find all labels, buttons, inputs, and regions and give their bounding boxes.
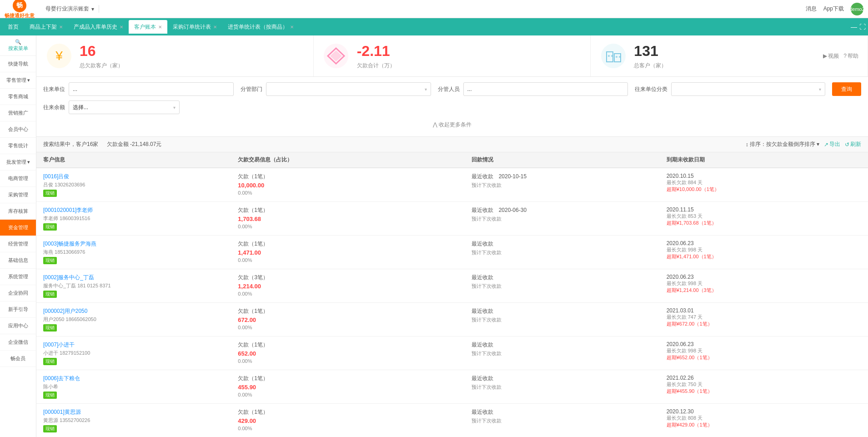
customer-info: [0003]畅捷服务尹海燕 海燕 18513066976 现销 <box>43 240 238 264</box>
tab-customer-account[interactable]: 客户账本 ✕ <box>129 20 167 34</box>
close-icon[interactable]: ✕ <box>158 25 162 30</box>
tab-product-shelf[interactable]: 商品上下架 ✕ <box>24 20 68 34</box>
collapse-icon: ⋀ <box>433 121 437 128</box>
close-icon[interactable]: ✕ <box>213 25 217 30</box>
debt-amount[interactable]: 652.00 <box>238 350 472 357</box>
sidebar-search-label[interactable]: 搜索菜单 <box>2 45 34 52</box>
video-btn[interactable]: ▶ 视频 <box>823 52 839 60</box>
tab-product-shelf-label: 商品上下架 <box>30 23 57 31</box>
overdue-amount[interactable]: 超期¥10,000.00（1笔） <box>667 186 861 193</box>
sidebar-item-batch-mgmt[interactable]: 批发管理 ▾ <box>0 154 36 171</box>
sidebar-item-app-center[interactable]: 应用中心 <box>0 318 36 334</box>
sidebar-item-operations[interactable]: 经营管理 <box>0 236 36 252</box>
customer-info: [000001]黄思源 黄思源 13552700226 现销 <box>43 408 238 432</box>
content-area: ¥ 16 总欠款客户（家） <box>36 35 868 437</box>
help-btn[interactable]: ? 帮助 <box>843 52 858 60</box>
sidebar-item-wechat[interactable]: 企业微信 <box>0 334 36 351</box>
sidebar-item-nav[interactable]: 快捷导航 <box>0 56 36 72</box>
minimize-icon[interactable]: — <box>851 23 857 30</box>
overdue-amount[interactable]: 超期¥455.90（1笔） <box>667 388 861 395</box>
debt-amount[interactable]: 672.00 <box>238 316 472 323</box>
avatar[interactable]: demo2 <box>851 3 863 15</box>
close-icon[interactable]: ✕ <box>59 25 63 30</box>
debt-amount[interactable]: 455.90 <box>238 384 472 391</box>
person-input[interactable]: ... <box>463 82 628 96</box>
close-icon[interactable]: ✕ <box>120 25 123 30</box>
customer-name[interactable]: [0007]小进干 <box>43 341 238 349</box>
debt-amount[interactable]: 429.00 <box>238 417 472 424</box>
date-info: 2021.02.26 最长欠款 750 天 超期¥455.90（1笔） <box>667 375 861 395</box>
overdue-amount[interactable]: 超期¥1,703.68（1笔） <box>667 220 861 226</box>
customer-tag: 现销 <box>43 190 57 197</box>
customer-name[interactable]: [0003]畅捷服务尹海燕 <box>43 240 238 248</box>
sidebar-item-vip[interactable]: 畅会员 <box>0 351 36 367</box>
customer-name[interactable]: [0016]吕俊 <box>43 173 238 181</box>
debt-amount[interactable]: 10,000.00 <box>238 182 472 189</box>
export-btn[interactable]: ↗ 导出 <box>824 141 840 148</box>
sidebar-operations-label: 经营管理 <box>8 241 28 246</box>
overdue-amount[interactable]: 超期¥672.00（1笔） <box>667 321 861 327</box>
sidebar-item-marketing[interactable]: 营销推广 <box>0 105 36 121</box>
customer-name[interactable]: [000001]黄思源 <box>43 408 238 416</box>
diamond-icon <box>323 42 350 70</box>
debt-amount[interactable]: 1,703.68 <box>238 216 472 222</box>
maximize-icon[interactable]: ⛶ <box>859 23 866 30</box>
debt-count: 欠款（1笔） <box>238 375 472 382</box>
sidebar-item-retail-mgmt[interactable]: 零售管理 ▾ <box>0 72 36 89</box>
overdue-days: 最长欠款 853 天 <box>667 213 861 220</box>
tab-home[interactable]: 首页 <box>2 20 24 34</box>
customer-name[interactable]: [0006]去下粮仓 <box>43 375 238 382</box>
balance-select[interactable]: 选择... ▾ <box>69 100 180 114</box>
sidebar-item-enterprise[interactable]: 企业协同 <box>0 285 36 301</box>
app-download-btn[interactable]: App下载 <box>823 5 844 13</box>
table-row: [0006]去下粮仓 陈小希 现销 欠款（1笔） 455.90 0.00% 最近… <box>36 370 868 404</box>
return-date: 最近收款 <box>472 307 666 315</box>
tab-purchase-order[interactable]: 采购订单统计表 ✕ <box>167 20 222 34</box>
sidebar-item-retail-mall[interactable]: 零售商城 <box>0 89 36 105</box>
query-button[interactable]: 查询 <box>832 82 861 96</box>
sidebar-item-inventory[interactable]: 库存核算 <box>0 203 36 220</box>
sidebar-item-ecommerce[interactable]: 电商管理 <box>0 171 36 187</box>
sidebar-item-finance[interactable]: 资金管理 <box>0 220 36 236</box>
overdue-amount[interactable]: 超期¥652.00（1笔） <box>667 354 861 361</box>
sidebar-item-retail-stats[interactable]: 零售统计 <box>0 138 36 154</box>
sidebar-search[interactable]: 🔍 搜索菜单 <box>0 35 36 56</box>
debt-amount[interactable]: 1,214.00 <box>238 283 472 290</box>
return-date: 最近收款 <box>472 408 666 416</box>
sidebar-item-purchase[interactable]: 采购管理 <box>0 187 36 203</box>
debt-amount[interactable]: 1,471.00 <box>238 249 472 256</box>
stat-card-right: ▶ 视频 ? 帮助 <box>823 52 858 60</box>
tab-purchase-stats[interactable]: 进货单统计表（按商品） ✕ <box>222 20 299 34</box>
refresh-btn[interactable]: ↺ 刷新 <box>845 141 861 148</box>
result-bar: 搜索结果中，客户16家 欠款金额 -21,148.07元 ↕ 排序：按欠款金额倒… <box>36 137 868 152</box>
sidebar-item-member[interactable]: 会员中心 <box>0 121 36 138</box>
tab-production-history[interactable]: 产成品入库单历史 ✕ <box>68 20 129 34</box>
stat-card-debt-customers: ¥ 16 总欠款客户（家） <box>36 35 314 76</box>
sidebar-item-system[interactable]: 系统管理 <box>0 269 36 285</box>
customer-name[interactable]: [000002]用户2050 <box>43 307 238 315</box>
collapse-row[interactable]: ⋀ 收起更多条件 <box>43 119 861 131</box>
message-btn[interactable]: 消息 <box>806 5 817 13</box>
sidebar-item-base-info[interactable]: 基础信息 <box>0 252 36 269</box>
main-area: 🔍 搜索菜单 快捷导航 零售管理 ▾ 零售商城 营销推广 会员中心 零售统计 <box>0 35 868 437</box>
store-selector[interactable]: 母婴行业演示账套 ▾ <box>41 5 99 13</box>
sort-label[interactable]: ↕ 排序：按欠款金额倒序排序 ▾ <box>746 141 819 148</box>
header-date: 到期未收款日期 <box>667 156 861 164</box>
customer-name[interactable]: [0002]服务中心_丁磊 <box>43 274 238 281</box>
stat-card-debt-total: -2.11 欠款合计（万） <box>314 35 591 76</box>
category-select[interactable]: ▾ <box>671 82 825 96</box>
table-row: [0007]小进干 小进干 18279152100 现销 欠款（1笔） 652.… <box>36 337 868 370</box>
supplier-input[interactable]: ... <box>69 82 234 96</box>
customer-name[interactable]: [0001020001]李老师 <box>43 206 238 214</box>
overdue-amount[interactable]: 超期¥1,471.00（1笔） <box>667 253 861 260</box>
yuan-icon: ¥ <box>45 42 73 70</box>
sidebar-item-guide[interactable]: 新手引导 <box>0 301 36 318</box>
overdue-amount[interactable]: 超期¥1,214.00（3笔） <box>667 287 861 294</box>
stat-number-1: 16 <box>80 43 123 60</box>
return-sub: 预计下次收款 <box>472 417 666 424</box>
overdue-amount[interactable]: 超期¥429.00（1笔） <box>667 422 861 428</box>
date-info: 2020.11.15 最长欠款 853 天 超期¥1,703.68（1笔） <box>667 206 861 226</box>
close-icon[interactable]: ✕ <box>290 25 294 30</box>
return-sub: 预计下次收款 <box>472 216 666 222</box>
dept-select[interactable]: ▾ <box>266 82 431 96</box>
